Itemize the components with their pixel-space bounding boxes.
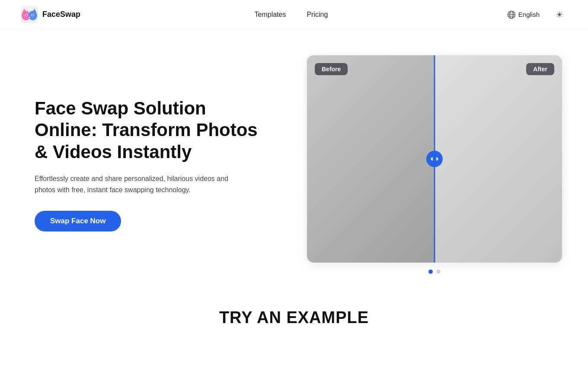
svg-point-7 (26, 14, 27, 15)
after-badge: After (526, 63, 554, 75)
compare-slider-area: Before After (307, 55, 562, 274)
compare-container[interactable]: Before After (307, 55, 562, 263)
globe-icon (507, 10, 516, 19)
arrows-icon (431, 156, 438, 162)
logo-icon (21, 6, 38, 23)
main-nav: Templates Pricing (246, 7, 337, 22)
header: FaceSwap Templates Pricing English ☀ (0, 0, 588, 29)
hero-content: Face Swap Solution Online: Transform Pho… (35, 98, 259, 231)
carousel-dot-1[interactable] (428, 270, 433, 274)
carousel-dots (428, 270, 441, 274)
carousel-dot-2[interactable] (436, 270, 441, 274)
nav-templates[interactable]: Templates (246, 7, 295, 22)
language-label: English (518, 11, 540, 18)
hero-subtitle: Effortlessly create and share personaliz… (35, 173, 242, 195)
sun-icon: ☀ (556, 10, 563, 20)
theme-toggle[interactable]: ☀ (552, 7, 567, 22)
language-selector[interactable]: English (502, 8, 545, 22)
hero-section: Face Swap Solution Online: Transform Pho… (0, 29, 588, 291)
svg-point-8 (32, 14, 33, 15)
svg-point-9 (29, 17, 30, 18)
compare-drag-handle[interactable] (426, 151, 443, 167)
after-panel (435, 55, 562, 263)
nav-pricing[interactable]: Pricing (298, 7, 336, 22)
header-right: English ☀ (502, 7, 567, 22)
hero-title: Face Swap Solution Online: Transform Pho… (35, 98, 259, 163)
before-badge: Before (315, 63, 348, 75)
try-example-title: TRY AN EXAMPLE (0, 308, 588, 327)
before-panel (307, 55, 435, 263)
swap-face-now-button[interactable]: Swap Face Now (35, 211, 121, 231)
logo-text: FaceSwap (42, 10, 80, 19)
try-example-section: TRY AN EXAMPLE (0, 291, 588, 336)
logo[interactable]: FaceSwap (21, 6, 80, 23)
